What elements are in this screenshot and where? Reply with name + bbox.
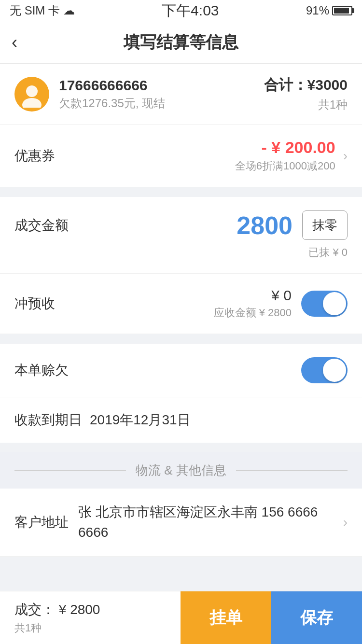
prepay-receivable: 应收金额 ¥ 2800 [214,306,292,320]
discount-description: 全场6折满1000减200 [235,159,335,173]
debt-toggle[interactable] [301,357,348,383]
pending-button[interactable]: 挂单 [181,591,271,644]
customer-section: 17666666666 欠款1276.35元, 现结 合计：¥3000 共1种 [0,64,362,125]
avatar [14,77,49,112]
total-amount: 合计：¥3000 [264,75,348,95]
battery-text: 91% [306,4,329,17]
discount-right: - ¥ 200.00 全场6折满1000减200 › [235,138,348,173]
gray-divider-1 [0,187,362,197]
discount-amount: - ¥ 200.00 [235,138,335,157]
svg-point-1 [22,98,42,108]
due-date-value: 2019年12月31日 [90,411,191,429]
chevron-right-icon: › [343,148,348,164]
customer-phone: 17666666666 [59,77,165,94]
gray-divider-2 [0,334,362,344]
logistics-divider: 物流 & 其他信息 [0,452,362,489]
footer-count: 共1种 [14,621,166,635]
amount-section: 成交金额 2800 抹零 已抹 ¥ 0 [0,197,362,274]
footer-info: 成交： ¥ 2800 共1种 [0,591,181,644]
prepay-right: ¥ 0 应收金额 ¥ 2800 [214,287,348,320]
amount-right: 2800 抹零 [237,210,348,240]
amount-row: 成交金额 2800 抹零 [14,210,348,240]
status-right: 91% [306,4,352,17]
total-count: 共1种 [264,97,348,112]
logistics-line-right [236,470,348,471]
footer: 成交： ¥ 2800 共1种 挂单 保存 [0,591,362,644]
prepay-toggle[interactable] [301,291,348,317]
customer-left: 17666666666 欠款1276.35元, 现结 [14,77,165,112]
round-button[interactable]: 抹零 [302,210,348,240]
debt-bill-row: 本单赊欠 [0,344,362,397]
prepay-label: 冲预收 [14,294,55,313]
footer-transaction: 成交： ¥ 2800 [14,601,166,619]
due-date-label: 收款到期日 [14,411,82,429]
logistics-line-left [14,470,126,471]
page-title: 填写结算等信息 [124,31,238,54]
prepay-amount-block: ¥ 0 应收金额 ¥ 2800 [214,287,292,320]
back-button[interactable]: ‹ [12,32,17,53]
battery-fill [334,8,349,14]
footer-transaction-amount: ¥ 2800 [59,602,100,617]
debt-bill-label: 本单赊欠 [14,361,69,379]
discount-row[interactable]: 优惠券 - ¥ 200.00 全场6折满1000减200 › [0,125,362,187]
toggle-knob [323,292,346,315]
save-button[interactable]: 保存 [271,591,362,644]
nav-bar: ‹ 填写结算等信息 [0,21,362,64]
amount-erased: 已抹 ¥ 0 [308,246,348,258]
footer-transaction-label: 成交： [14,602,55,617]
address-chevron-icon: › [343,515,348,530]
prepay-amount: ¥ 0 [214,287,292,304]
amount-value: 2800 [237,211,292,240]
status-bar: 无 SIM 卡 ☁ 下午4:03 91% [0,0,362,21]
address-label: 客户地址 [14,513,69,532]
battery-icon [332,6,352,15]
amount-label: 成交金额 [14,216,69,235]
sim-text: 无 SIM 卡 ☁ [10,3,75,18]
due-date-section: 收款到期日 2019年12月31日 [0,397,362,443]
address-text: 张 北京市市辖区海淀区永丰南 156 6666 6666 [78,502,343,543]
prepay-section: 冲预收 ¥ 0 应收金额 ¥ 2800 [0,274,362,334]
customer-total: 合计：¥3000 共1种 [264,75,348,112]
status-left: 无 SIM 卡 ☁ [10,3,75,18]
customer-info: 17666666666 欠款1276.35元, 现结 [59,77,165,111]
debt-toggle-knob [323,359,346,382]
status-time: 下午4:03 [162,1,219,21]
customer-debt: 欠款1276.35元, 现结 [59,96,165,111]
logistics-label: 物流 & 其他信息 [136,462,226,479]
gray-divider-3 [0,443,362,452]
discount-info: - ¥ 200.00 全场6折满1000减200 [235,138,335,173]
discount-label: 优惠券 [14,147,55,165]
svg-point-0 [26,85,38,97]
address-section[interactable]: 客户地址 张 北京市市辖区海淀区永丰南 156 6666 6666 › [0,489,362,557]
